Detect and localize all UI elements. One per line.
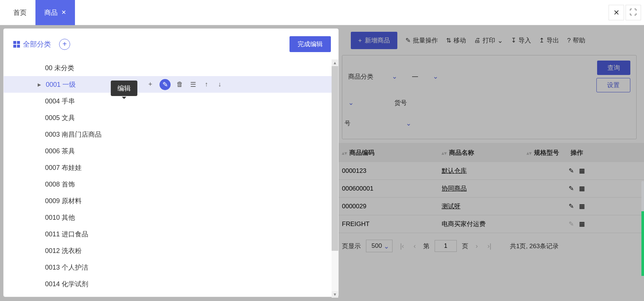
sort-icon[interactable]: ▴▾: [442, 150, 447, 156]
print-icon: 🖨: [474, 37, 480, 44]
chevron-down-icon[interactable]: ⌄: [392, 72, 397, 81]
page-summary: 共1页, 263条记录: [510, 242, 559, 250]
category-list: 00 未分类▸0001 一级+✎🗑☰↑↓0004 手串0005 文具0003 南…: [4, 59, 338, 298]
batch-button[interactable]: ✎批量操作: [405, 36, 438, 45]
edit-icon[interactable]: ✎: [569, 167, 574, 175]
all-categories-label: 全部分类: [23, 40, 51, 49]
table-header: ▴▾商品编码 ▴▾商品名称 ▴▾规格型号 操作: [338, 143, 644, 162]
finish-edit-button[interactable]: 完成编辑: [290, 36, 331, 52]
category-item[interactable]: 0006 茶具: [4, 143, 338, 159]
next-page-button[interactable]: ›: [473, 242, 480, 250]
add-child-icon[interactable]: +: [146, 81, 154, 89]
close-all-icon[interactable]: ✕: [609, 5, 624, 20]
category-label: 0009 原材料: [45, 196, 82, 205]
table-row[interactable]: 0000029测试呀✎▦: [338, 198, 644, 215]
cell-code: 0000123: [338, 167, 442, 175]
edit-icon[interactable]: ✎: [160, 79, 171, 90]
print-button[interactable]: 🖨打印⌄: [474, 36, 503, 45]
archive-icon[interactable]: ☰: [189, 81, 197, 89]
category-item[interactable]: 0012 洗衣粉: [4, 242, 338, 259]
category-item[interactable]: 0007 布娃娃: [4, 159, 338, 176]
chevron-down-icon[interactable]: ⌄: [406, 119, 411, 127]
page-input[interactable]: [435, 240, 457, 252]
more-icon[interactable]: ▦: [579, 220, 585, 228]
add-category-button[interactable]: +: [59, 39, 70, 50]
page-label: 第: [423, 242, 429, 250]
category-item[interactable]: 0004 手串: [4, 93, 338, 109]
page-size-select[interactable]: 500⌄: [366, 240, 393, 252]
category-label: 0012 洗衣粉: [45, 246, 82, 255]
category-label: 0004 手串: [45, 97, 75, 106]
tab-product[interactable]: 商品 ✕: [35, 0, 75, 25]
table-row[interactable]: 000600001协同商品✎▦: [338, 180, 644, 198]
category-label: 0005 文具: [45, 113, 75, 122]
category-item[interactable]: 00 未分类: [4, 59, 338, 76]
category-item[interactable]: 0005 文具: [4, 109, 338, 126]
plus-icon: +: [358, 37, 362, 44]
chevron-down-icon[interactable]: ⌄: [433, 72, 438, 81]
chevron-down-icon: ⌄: [497, 37, 503, 45]
tab-home[interactable]: 首页: [4, 0, 35, 25]
add-product-label: 新增商品: [365, 36, 390, 45]
cell-name-link[interactable]: 默认仓库: [442, 167, 467, 174]
export-button[interactable]: ↥导出: [539, 36, 559, 45]
accent-edge: [641, 211, 644, 276]
category-item[interactable]: 0009 原材料: [4, 192, 338, 209]
table-row[interactable]: 0000123默认仓库✎▦: [338, 162, 644, 180]
category-label: 0011 进口食品: [45, 230, 88, 239]
more-icon[interactable]: ▦: [579, 185, 585, 192]
edit-icon[interactable]: ✎: [569, 185, 574, 192]
category-item[interactable]: ▸0001 一级+✎🗑☰↑↓: [4, 76, 338, 93]
delete-icon[interactable]: 🗑: [176, 81, 184, 89]
all-categories-heading[interactable]: 全部分类: [13, 40, 51, 49]
caret-right-icon: ▸: [38, 81, 41, 89]
filter-empty: —: [412, 73, 418, 80]
scrollbar-thumb[interactable]: [332, 66, 338, 251]
cell-code: FREIGHT: [338, 220, 442, 228]
scroll-down-icon[interactable]: ▼: [332, 291, 338, 298]
fullscreen-icon[interactable]: ⛶: [626, 5, 641, 20]
sort-icon[interactable]: ▴▾: [342, 150, 347, 156]
table-row[interactable]: FREIGHT电商买家付运费✎▦: [338, 215, 644, 233]
import-button[interactable]: ↧导入: [511, 36, 531, 45]
filter-itemno-label: 货号: [394, 99, 407, 107]
grid-icon: [13, 41, 20, 48]
last-page-button[interactable]: ›|: [485, 242, 494, 250]
sort-icon[interactable]: ▴▾: [527, 150, 532, 156]
first-page-button[interactable]: |‹: [398, 242, 406, 250]
cell-code: 0000029: [338, 203, 442, 210]
category-label: 0003 南昌门店商品: [45, 130, 102, 139]
category-item[interactable]: 0003 南昌门店商品: [4, 126, 338, 143]
add-product-button[interactable]: + 新增商品: [351, 32, 397, 49]
product-table: ▴▾商品编码 ▴▾商品名称 ▴▾规格型号 操作 0000123默认仓库✎▦000…: [338, 143, 644, 233]
category-label: 00 未分类: [45, 64, 74, 72]
edit-icon[interactable]: ✎: [569, 202, 574, 210]
more-icon[interactable]: ▦: [579, 167, 585, 175]
cell-name-link[interactable]: 测试呀: [442, 203, 460, 210]
more-icon[interactable]: ▦: [579, 202, 585, 210]
category-item[interactable]: 0010 其他: [4, 209, 338, 226]
scroll-up-icon[interactable]: ▲: [332, 59, 338, 66]
tab-product-label: 商品: [44, 8, 58, 17]
close-icon[interactable]: ✕: [61, 9, 66, 16]
help-icon: ?: [567, 37, 571, 44]
category-item[interactable]: 0008 首饰: [4, 176, 338, 192]
scrollbar[interactable]: ▲ ▼: [332, 59, 338, 298]
query-button[interactable]: 查询: [597, 61, 630, 75]
cell-name-link[interactable]: 协同商品: [442, 185, 467, 192]
category-label: 0013 个人护洁: [45, 263, 88, 272]
category-item[interactable]: 0013 个人护洁: [4, 259, 338, 276]
chevron-down-icon[interactable]: ⌄: [348, 99, 354, 107]
move-down-icon[interactable]: ↓: [216, 81, 224, 89]
category-label: 0014 化学试剂: [45, 280, 88, 288]
move-up-icon[interactable]: ↑: [202, 81, 210, 89]
category-item[interactable]: 0014 化学试剂: [4, 276, 338, 292]
help-button[interactable]: ?帮助: [567, 36, 585, 45]
category-label: 0008 首饰: [45, 180, 75, 189]
edit-icon: ✎: [405, 37, 411, 44]
edit-icon[interactable]: ✎: [569, 220, 574, 228]
settings-button[interactable]: 设置: [596, 78, 630, 92]
move-button[interactable]: ⇅移动: [446, 36, 466, 45]
category-item[interactable]: 0011 进口食品: [4, 226, 338, 242]
prev-page-button[interactable]: ‹: [411, 242, 418, 250]
